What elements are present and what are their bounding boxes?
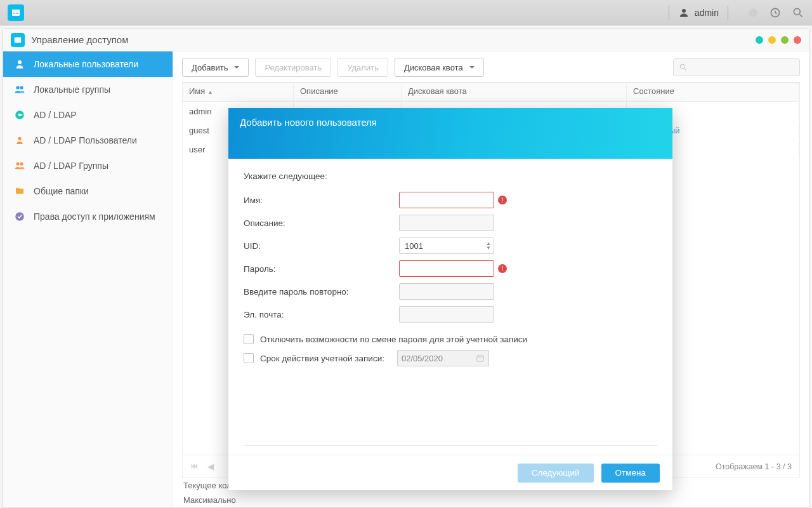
svg-rect-1 [12, 10, 20, 11]
svg-point-14 [18, 137, 21, 140]
label-password: Пароль: [244, 264, 399, 274]
disallow-password-change-checkbox[interactable] [244, 334, 254, 344]
label-name: Имя: [244, 196, 399, 205]
cancel-button[interactable]: Отмена [601, 464, 660, 483]
sidebar-item-label: Локальные группы [34, 84, 110, 95]
folder-icon [13, 185, 26, 197]
page-prev-icon[interactable]: ◀ [207, 462, 214, 471]
notification-icon[interactable] [747, 7, 759, 18]
current-user[interactable]: admin [678, 7, 719, 18]
sidebar-item-shared-folders[interactable]: Общие папки [3, 178, 173, 204]
app-perms-icon [13, 210, 26, 223]
users-orange-icon [13, 159, 26, 172]
dialog-body: Укажите следующее: Имя: ! Описание: UID:… [228, 159, 672, 445]
account-expiry-label: Срок действия учетной записи: [260, 354, 384, 363]
search-icon [679, 63, 688, 72]
label-desc: Описание: [244, 218, 399, 228]
email-field[interactable] [399, 306, 494, 323]
stepper-arrows-icon[interactable]: ▲▼ [486, 241, 491, 250]
window-maximize-button[interactable] [781, 36, 789, 44]
password-repeat-field[interactable] [399, 283, 494, 300]
error-icon: ! [498, 196, 507, 204]
window-icon [11, 33, 25, 47]
sidebar-item-label: AD / LDAP Группы [34, 161, 108, 171]
label-password-repeat: Введите пароль повторно: [244, 287, 399, 297]
sidebar-item-label: Права доступ к приложениям [34, 211, 155, 222]
svg-point-16 [20, 162, 23, 165]
col-quota[interactable]: Дисковая квота [402, 83, 627, 101]
page-first-icon[interactable]: ⏮ [190, 462, 199, 471]
edit-button: Редактировать [255, 58, 331, 77]
label-uid: UID: [244, 241, 399, 251]
search-input[interactable] [673, 58, 800, 76]
titlebar: Управление доступом [3, 29, 809, 51]
svg-point-9 [18, 60, 22, 64]
sidebar-item-label: Локальные пользователи [34, 59, 138, 69]
svg-rect-19 [477, 356, 484, 361]
svg-rect-3 [16, 13, 18, 14]
uid-stepper[interactable]: 1001 ▲▼ [399, 237, 494, 254]
app-launcher-icon[interactable] [8, 4, 24, 21]
search-system-icon[interactable] [792, 6, 804, 19]
sidebar-item-ad-ldap[interactable]: AD / LDAP [3, 102, 173, 128]
toolbar: Добавить Редактировать Удалить Дисковая … [182, 58, 800, 77]
sidebar-item-local-users[interactable]: Локальные пользователи [3, 51, 173, 77]
sidebar-item-label: AD / LDAP [34, 110, 77, 120]
dialog-footer: Следующий Отмена [228, 455, 672, 490]
user-icon [678, 7, 690, 18]
svg-point-18 [680, 64, 684, 69]
dialog-title: Добавить нового пользователя [240, 117, 377, 128]
users-group-icon [13, 83, 26, 96]
description-field[interactable] [399, 215, 494, 231]
dialog-header: Добавить нового пользователя [228, 108, 672, 159]
svg-rect-8 [15, 37, 22, 43]
calendar-icon [476, 354, 485, 363]
activity-icon[interactable] [769, 6, 782, 19]
record-count: Отображаем 1 - 3 / 3 [716, 462, 792, 471]
sidebar-item-ad-users[interactable]: AD / LDAP Пользователи [3, 128, 173, 153]
sidebar-item-local-groups[interactable]: Локальные группы [3, 77, 173, 102]
sidebar-item-ad-groups[interactable]: AD / LDAP Группы [3, 153, 173, 178]
svg-point-17 [15, 212, 24, 221]
col-desc[interactable]: Описание [294, 83, 402, 101]
delete-button: Удалить [337, 58, 388, 77]
label-email: Эл. почта: [244, 310, 399, 319]
pager: ⏮ ◀ [190, 462, 214, 471]
col-state[interactable]: Состояние [627, 83, 799, 101]
user-single-icon [13, 58, 26, 70]
svg-point-11 [20, 86, 23, 89]
window-minimize-button[interactable] [768, 36, 776, 44]
expiry-date-input[interactable]: 02/05/2020 [397, 350, 489, 366]
key-icon [13, 109, 26, 121]
svg-point-7 [794, 8, 800, 15]
svg-point-10 [16, 86, 19, 89]
account-expiry-checkbox[interactable] [244, 353, 254, 363]
quota-button[interactable]: Дисковая квота [395, 58, 484, 77]
error-icon: ! [498, 264, 507, 273]
sidebar-item-label: Общие папки [34, 186, 89, 196]
svg-point-15 [16, 162, 19, 165]
password-field[interactable] [399, 260, 494, 277]
window-controls [756, 36, 801, 44]
sidebar-item-app-permissions[interactable]: Права доступ к приложениям [3, 204, 173, 229]
svg-point-5 [749, 8, 757, 17]
system-bar: admin [0, 0, 812, 25]
col-name[interactable]: Имя ▲ [183, 83, 294, 101]
window-help-button[interactable] [756, 36, 763, 44]
name-field[interactable] [399, 192, 494, 208]
window-close-button[interactable] [794, 36, 801, 44]
sidebar-item-label: AD / LDAP Пользователи [34, 135, 137, 145]
disallow-password-change-label: Отключить возможности по смене пароля дл… [260, 335, 527, 344]
grid-header: Имя ▲ Описание Дисковая квота Состояние [183, 83, 799, 102]
username-label: admin [695, 8, 719, 18]
add-button[interactable]: Добавить [182, 58, 249, 77]
svg-rect-13 [20, 114, 23, 116]
svg-point-4 [682, 9, 686, 13]
next-button[interactable]: Следующий [518, 464, 594, 483]
sidebar: Локальные пользователи Локальные группы … [3, 51, 173, 507]
user-orange-icon [13, 134, 26, 147]
window-title: Управление доступом [31, 34, 128, 45]
add-user-dialog: Добавить нового пользователя Укажите сле… [228, 108, 672, 490]
svg-rect-2 [13, 13, 15, 14]
status-line-2: Максимально [182, 493, 800, 507]
